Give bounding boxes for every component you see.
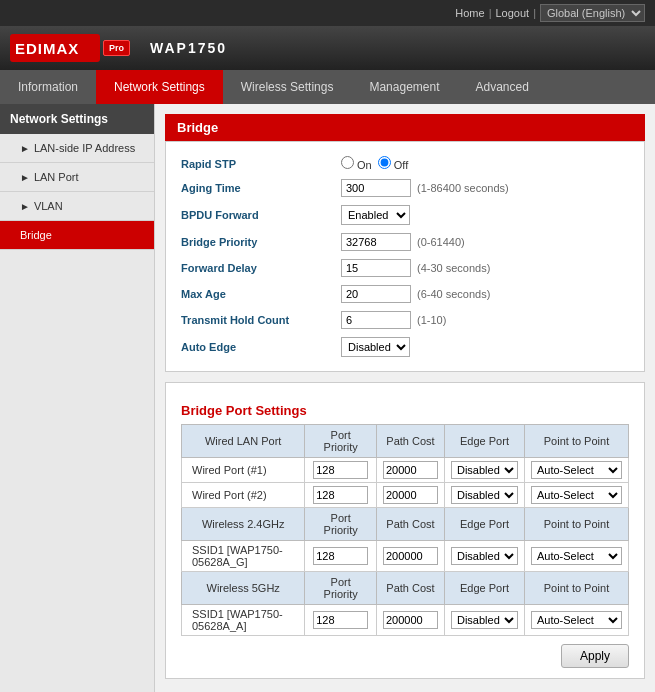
edimax-logo-svg: EDIMAX bbox=[10, 34, 100, 62]
auto-edge-value: Disabled Enabled bbox=[341, 337, 410, 357]
nav-item-information[interactable]: Information bbox=[0, 70, 96, 104]
sidebar-item-lan-port[interactable]: ► LAN Port bbox=[0, 163, 154, 192]
wireless-5-ssid1-path-cost-input[interactable] bbox=[383, 611, 438, 629]
pro-badge: Pro bbox=[103, 40, 130, 56]
language-select[interactable]: Global (English) Chinese Japanese bbox=[540, 4, 645, 22]
forward-delay-input[interactable] bbox=[341, 259, 411, 277]
rapid-stp-value: On Off bbox=[341, 156, 408, 171]
wireless-5-header-row: Wireless 5GHz Port Priority Path Cost Ed… bbox=[182, 572, 629, 605]
transmit-hold-count-label: Transmit Hold Count bbox=[181, 314, 341, 326]
wireless-5-ssid1-priority bbox=[305, 605, 377, 636]
rapid-stp-label: Rapid STP bbox=[181, 158, 341, 170]
nav-item-wireless-settings[interactable]: Wireless Settings bbox=[223, 70, 352, 104]
wired-port-1-path-cost-input[interactable] bbox=[383, 461, 438, 479]
device-name: WAP1750 bbox=[150, 40, 227, 56]
svg-text:EDIMAX: EDIMAX bbox=[15, 40, 79, 57]
rapid-stp-row: Rapid STP On Off bbox=[181, 152, 629, 175]
max-age-value: (6-40 seconds) bbox=[341, 285, 490, 303]
wireless-24-ssid1-row: SSID1 [WAP1750-05628A_G] Disabled Enable… bbox=[182, 541, 629, 572]
nav-item-management[interactable]: Management bbox=[351, 70, 457, 104]
edimax-logo: EDIMAX Pro bbox=[10, 34, 130, 62]
nav-item-network-settings[interactable]: Network Settings bbox=[96, 70, 223, 104]
wired-port-2-row: Wired Port (#2) Disabled Enabled Auto-Se… bbox=[182, 483, 629, 508]
wireless-24-ssid1-ptp: Auto-Select Point-to-Point Shared bbox=[524, 541, 628, 572]
aging-time-row: Aging Time (1-86400 seconds) bbox=[181, 175, 629, 201]
wireless-24-ssid1-priority-input[interactable] bbox=[313, 547, 368, 565]
wireless-5-ssid1-ptp: Auto-Select Point-to-Point Shared bbox=[524, 605, 628, 636]
bridge-priority-value: (0-61440) bbox=[341, 233, 465, 251]
bpdu-forward-label: BPDU Forward bbox=[181, 209, 341, 221]
max-age-label: Max Age bbox=[181, 288, 341, 300]
wireless-24-ssid1-ptp-select[interactable]: Auto-Select Point-to-Point Shared bbox=[531, 547, 622, 565]
sidebar-item-bridge[interactable]: Bridge bbox=[0, 221, 154, 250]
wired-port-1-ptp-select[interactable]: Auto-Select Point-to-Point Shared bbox=[531, 461, 622, 479]
sidebar-item-lan-side-ip[interactable]: ► LAN-side IP Address bbox=[0, 134, 154, 163]
logout-link[interactable]: Logout bbox=[495, 7, 529, 19]
wireless-24-ssid1-path-cost-input[interactable] bbox=[383, 547, 438, 565]
forward-delay-hint: (4-30 seconds) bbox=[417, 262, 490, 274]
wired-ptp-header: Point to Point bbox=[524, 425, 628, 458]
bridge-port-table: Wired LAN Port Port Priority Path Cost E… bbox=[181, 424, 629, 636]
rapid-stp-on-label[interactable]: On bbox=[341, 156, 372, 171]
wired-port-2-name: Wired Port (#2) bbox=[182, 483, 305, 508]
wireless-5-ssid1-row: SSID1 [WAP1750-05628A_A] Disabled Enable… bbox=[182, 605, 629, 636]
wired-port-2-edge-port: Disabled Enabled bbox=[444, 483, 524, 508]
apply-button[interactable]: Apply bbox=[561, 644, 629, 668]
wired-port-2-ptp: Auto-Select Point-to-Point Shared bbox=[524, 483, 628, 508]
bridge-port-settings-panel: Bridge Port Settings Wired LAN Port Port… bbox=[165, 382, 645, 679]
wireless-5-ptp-header: Point to Point bbox=[524, 572, 628, 605]
wireless-5-ssid1-edge-port: Disabled Enabled bbox=[444, 605, 524, 636]
wired-port-1-row: Wired Port (#1) Disabled Enabled Auto-Se… bbox=[182, 458, 629, 483]
home-link[interactable]: Home bbox=[455, 7, 484, 19]
top-bar: Home | Logout | Global (English) Chinese… bbox=[0, 0, 655, 26]
rapid-stp-off-radio[interactable] bbox=[378, 156, 391, 169]
arrow-icon: ► bbox=[20, 143, 30, 154]
max-age-input[interactable] bbox=[341, 285, 411, 303]
wireless-5-ssid1-edge-select[interactable]: Disabled Enabled bbox=[451, 611, 518, 629]
bpdu-forward-row: BPDU Forward Enabled Disabled bbox=[181, 201, 629, 229]
bridge-port-settings-title: Bridge Port Settings bbox=[181, 403, 629, 418]
section-title: Bridge bbox=[165, 114, 645, 141]
bridge-priority-hint: (0-61440) bbox=[417, 236, 465, 248]
max-age-hint: (6-40 seconds) bbox=[417, 288, 490, 300]
wired-port-2-path-cost bbox=[376, 483, 444, 508]
auto-edge-select[interactable]: Disabled Enabled bbox=[341, 337, 410, 357]
aging-time-input[interactable] bbox=[341, 179, 411, 197]
transmit-hold-count-value: (1-10) bbox=[341, 311, 446, 329]
wired-port-priority-header: Port Priority bbox=[305, 425, 377, 458]
wireless-5-ssid1-ptp-select[interactable]: Auto-Select Point-to-Point Shared bbox=[531, 611, 622, 629]
transmit-hold-count-row: Transmit Hold Count (1-10) bbox=[181, 307, 629, 333]
wired-port-2-priority bbox=[305, 483, 377, 508]
max-age-row: Max Age (6-40 seconds) bbox=[181, 281, 629, 307]
wireless-5-port-priority-header: Port Priority bbox=[305, 572, 377, 605]
wireless-24-ssid1-edge-select[interactable]: Disabled Enabled bbox=[451, 547, 518, 565]
sidebar-item-vlan[interactable]: ► VLAN bbox=[0, 192, 154, 221]
auto-edge-label: Auto Edge bbox=[181, 341, 341, 353]
wired-edge-port-header: Edge Port bbox=[444, 425, 524, 458]
bridge-form-panel: Rapid STP On Off Aging Time (1-86400 sec… bbox=[165, 141, 645, 372]
wireless-24-ssid1-path-cost bbox=[376, 541, 444, 572]
aging-time-hint: (1-86400 seconds) bbox=[417, 182, 509, 194]
bpdu-forward-value: Enabled Disabled bbox=[341, 205, 410, 225]
transmit-hold-count-input[interactable] bbox=[341, 311, 411, 329]
wired-port-2-edge-select[interactable]: Disabled Enabled bbox=[451, 486, 518, 504]
wired-port-2-priority-input[interactable] bbox=[313, 486, 368, 504]
main-nav: Information Network Settings Wireless Se… bbox=[0, 70, 655, 104]
wireless-5-ssid1-priority-input[interactable] bbox=[313, 611, 368, 629]
bpdu-forward-select[interactable]: Enabled Disabled bbox=[341, 205, 410, 225]
arrow-icon: ► bbox=[20, 172, 30, 183]
bridge-priority-input[interactable] bbox=[341, 233, 411, 251]
transmit-hold-count-hint: (1-10) bbox=[417, 314, 446, 326]
rapid-stp-off-label[interactable]: Off bbox=[378, 156, 409, 171]
nav-item-advanced[interactable]: Advanced bbox=[457, 70, 546, 104]
wired-port-1-edge-select[interactable]: Disabled Enabled bbox=[451, 461, 518, 479]
wireless-24-port-priority-header: Port Priority bbox=[305, 508, 377, 541]
wireless-24-header: Wireless 2.4GHz bbox=[182, 508, 305, 541]
wired-port-1-priority-input[interactable] bbox=[313, 461, 368, 479]
wired-port-2-ptp-select[interactable]: Auto-Select Point-to-Point Shared bbox=[531, 486, 622, 504]
wired-port-2-path-cost-input[interactable] bbox=[383, 486, 438, 504]
rapid-stp-on-radio[interactable] bbox=[341, 156, 354, 169]
wireless-24-ssid1-name: SSID1 [WAP1750-05628A_G] bbox=[182, 541, 305, 572]
wireless-5-path-cost-header: Path Cost bbox=[376, 572, 444, 605]
main-layout: Network Settings ► LAN-side IP Address ►… bbox=[0, 104, 655, 692]
